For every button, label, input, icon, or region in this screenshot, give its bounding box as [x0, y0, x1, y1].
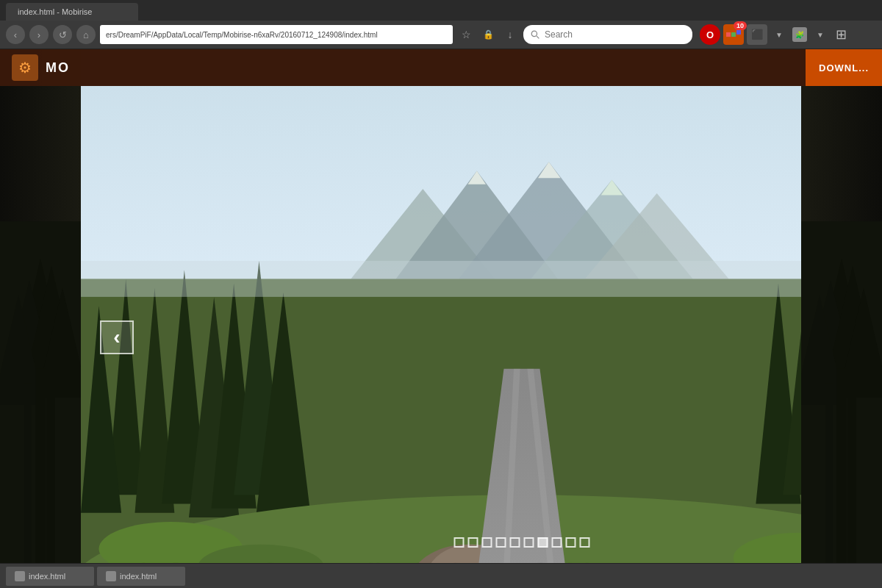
opera-icon[interactable]: O — [700, 24, 720, 45]
toolbar-extra-arrow[interactable]: ▼ — [811, 26, 829, 43]
search-icon — [531, 30, 540, 40]
download-label: DOWNL... — [819, 62, 869, 74]
slide-indicators — [454, 537, 590, 548]
taskbar: index.html index.html — [0, 563, 882, 588]
svg-rect-61 — [81, 261, 882, 297]
left-trees-silhouette — [0, 157, 81, 588]
menu-button[interactable]: ⊞ — [832, 26, 850, 43]
notification-badge: 10 — [734, 21, 747, 30]
toolbar-extra-icon[interactable]: 🧩 — [791, 26, 808, 43]
address-bar[interactable]: ers/DreamPiF/AppData/Local/Temp/Mobirise… — [100, 25, 453, 44]
slide-dot-7[interactable] — [538, 537, 548, 548]
forward-button[interactable]: › — [29, 25, 49, 44]
taskbar-item-2-icon — [106, 571, 116, 581]
svg-line-1 — [537, 36, 539, 38]
right-trees-silhouette — [801, 157, 882, 588]
svg-point-0 — [531, 31, 537, 36]
browser-toolbar-right: O 10 ⬛ ▼ 🧩 ▼ ⊞ — [700, 24, 850, 45]
download-button[interactable]: DOWNL... — [806, 49, 882, 86]
extensions-arrow[interactable]: ▼ — [770, 26, 788, 43]
extensions-button[interactable]: 10 — [723, 24, 744, 45]
slide-dot-9[interactable] — [566, 537, 576, 548]
taskbar-item-2[interactable]: index.html — [97, 567, 185, 586]
browser-tab[interactable]: index.html - Mobirise — [6, 3, 138, 21]
slide-dot-8[interactable] — [552, 537, 562, 548]
app-header: ⚙ MO DOWNL... — [0, 49, 882, 86]
slide-dot-10[interactable] — [580, 537, 590, 548]
address-text: ers/DreamPiF/AppData/Local/Temp/Mobirise… — [106, 31, 378, 39]
back-icon: ‹ — [14, 29, 17, 40]
left-side-panel — [0, 49, 81, 588]
taskbar-item-2-label: index.html — [120, 572, 157, 581]
slide-dot-6[interactable] — [524, 537, 534, 548]
carousel-prev-icon: ‹ — [113, 326, 120, 349]
svg-rect-11 — [0, 221, 81, 588]
browser-toolbar: ‹ › ↺ ⌂ ers/DreamPiF/AppData/Local/Temp/… — [0, 21, 882, 49]
gear-icon: ⚙ — [18, 59, 32, 76]
slide-dot-3[interactable] — [482, 537, 492, 548]
bookmark-icon: ☆ — [462, 29, 471, 40]
tab-label: index.html - Mobirise — [18, 7, 92, 16]
carousel-prev-button[interactable]: ‹ — [100, 320, 134, 354]
search-bar[interactable] — [523, 25, 692, 44]
taskbar-item-1-icon — [15, 571, 25, 581]
reload-icon: ↺ — [59, 29, 67, 40]
browser-download-button[interactable]: ⬛ — [747, 24, 767, 45]
svg-rect-21 — [801, 221, 882, 588]
slide-dot-2[interactable] — [468, 537, 478, 548]
slider-image — [81, 86, 882, 588]
back-button[interactable]: ‹ — [6, 25, 25, 44]
browser-download-icon: ⬛ — [751, 29, 764, 40]
slide-dot-1[interactable] — [454, 537, 465, 548]
search-input[interactable] — [545, 29, 662, 40]
right-side-panel — [801, 49, 882, 588]
home-button[interactable]: ⌂ — [76, 25, 96, 44]
slide-dot-4[interactable] — [496, 537, 506, 548]
lock-button[interactable]: 🔒 — [479, 26, 497, 43]
main-area: ⚙ MO DOWNL... — [0, 49, 882, 588]
download-icon: ↓ — [508, 29, 513, 40]
gear-icon-wrapper[interactable]: ⚙ — [12, 54, 38, 81]
reload-button[interactable]: ↺ — [53, 25, 72, 44]
browser-chrome: index.html - Mobirise ‹ › ↺ ⌂ ers/DreamP… — [0, 0, 882, 49]
download-icon-button[interactable]: ↓ — [501, 26, 519, 43]
slider-container: ‹ › Much cleaner and not sta — [81, 86, 882, 588]
home-icon: ⌂ — [83, 29, 89, 40]
website-display: ⚙ MO DOWNL... — [0, 49, 882, 588]
slide-dot-5[interactable] — [510, 537, 520, 548]
bookmark-button[interactable]: ☆ — [457, 26, 475, 43]
browser-tabs: index.html - Mobirise — [0, 0, 882, 21]
lock-icon: 🔒 — [483, 29, 494, 40]
app-title: MO — [46, 60, 870, 76]
taskbar-item-1[interactable]: index.html — [6, 567, 94, 586]
forward-icon: › — [37, 29, 40, 40]
taskbar-item-1-label: index.html — [29, 572, 65, 581]
